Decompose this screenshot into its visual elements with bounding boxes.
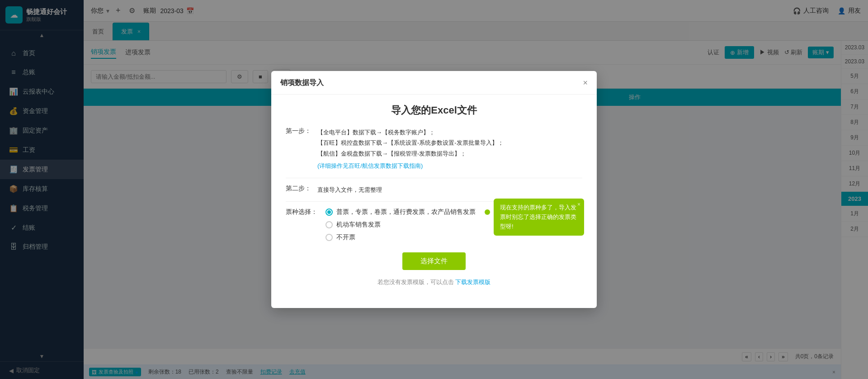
radio-normal-label: 普票，专票，卷票，通行费发票，农产品销售发票 — [336, 208, 476, 216]
step1-guide-link[interactable]: (详细操作见百旺/航信发票数据下载指南) — [317, 162, 423, 169]
modal-overlay: 销项数据导入 × 导入您的Excel文件 第一步： 【全电平台】数据下载→【税务… — [0, 0, 868, 379]
tooltip-bubble: × 现在支持的票种多了，导入发票时别忘了选择正确的发票类型呀! — [494, 199, 584, 236]
tooltip-text: 现在支持的票种多了，导入发票时别忘了选择正确的发票类型呀! — [500, 204, 576, 230]
modal-body: 导入您的Excel文件 第一步： 【全电平台】数据下载→【税务数字账户】； 【百… — [271, 95, 597, 295]
step1-line1: 【全电平台】数据下载→【税务数字账户】； — [317, 127, 504, 137]
modal-title: 销项数据导入 — [280, 78, 324, 88]
radio-normal-circle — [326, 208, 333, 216]
divider — [286, 178, 582, 178]
step1-line2: 【百旺】税控盘数据下载→【系统设置-系统参数设置-发票批量导入】； — [317, 137, 504, 148]
step1-line3: 【航信】金税盘数据下载→【报税管理-发票数据导出】； — [317, 148, 504, 159]
step2-content: 直接导入文件，无需整理 — [317, 185, 382, 195]
tooltip-close-btn[interactable]: × — [577, 200, 580, 209]
modal-close-button[interactable]: × — [583, 78, 588, 88]
ticket-label: 票种选择： — [286, 208, 317, 216]
modal-footer-note: 若您没有发票模版，可以点击 下载发票模版 — [286, 278, 582, 286]
radio-motor-circle — [326, 221, 333, 228]
step1-row: 第一步： 【全电平台】数据下载→【税务数字账户】； 【百旺】税控盘数据下载→【系… — [286, 127, 582, 171]
radio-item-motor[interactable]: 机动车销售发票 — [326, 221, 490, 229]
import-modal: 销项数据导入 × 导入您的Excel文件 第一步： 【全电平台】数据下载→【税务… — [271, 71, 597, 308]
tooltip-anchor-dot — [485, 209, 490, 215]
step1-label: 第一步： — [286, 127, 313, 171]
footer-note-text: 若您没有发票模版，可以点击 — [377, 279, 454, 285]
step1-content: 【全电平台】数据下载→【税务数字账户】； 【百旺】税控盘数据下载→【系统设置-系… — [317, 127, 504, 171]
radio-nonticket-circle — [326, 234, 333, 241]
download-template-link[interactable]: 下载发票模版 — [455, 279, 491, 285]
modal-header: 销项数据导入 × — [271, 71, 597, 95]
radio-nonticket-label: 不开票 — [336, 233, 355, 242]
select-file-button[interactable]: 选择文件 — [402, 252, 466, 270]
step2-label: 第二步： — [286, 185, 313, 195]
radio-item-nonticket[interactable]: 不开票 — [326, 233, 490, 242]
radio-motor-label: 机动车销售发票 — [336, 221, 381, 229]
radio-group: 普票，专票，卷票，通行费发票，农产品销售发票 × 现在支持的票种多了，导入发票时… — [326, 208, 490, 242]
modal-main-title: 导入您的Excel文件 — [286, 104, 582, 117]
step2-row: 第二步： 直接导入文件，无需整理 — [286, 185, 582, 195]
ticket-selection-row: 票种选择： 普票，专票，卷票，通行费发票，农产品销售发票 — [286, 208, 582, 242]
radio-item-normal: 普票，专票，卷票，通行费发票，农产品销售发票 × 现在支持的票种多了，导入发票时… — [326, 208, 490, 216]
